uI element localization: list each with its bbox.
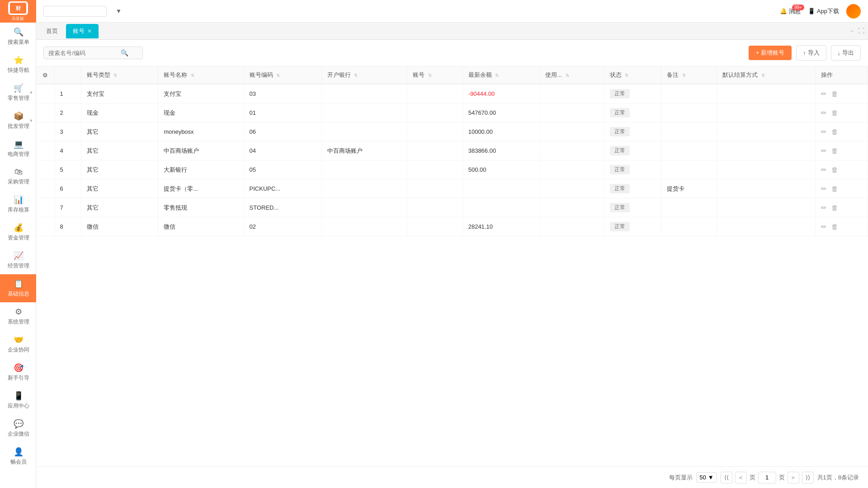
cell-usage	[540, 84, 604, 103]
system-icon: ⚙	[15, 307, 22, 317]
cell-account	[407, 160, 463, 179]
cell-default-settlement	[717, 217, 815, 236]
edit-icon[interactable]: ✏	[821, 185, 827, 193]
tab-home-label: 首页	[46, 27, 58, 35]
content-area: 🔍 + 新增账号 ↑ 导入 ↓ 导出 ⚙	[36, 40, 868, 488]
cell-status: 正常	[604, 198, 661, 217]
cell-actions: ✏ 🗑	[816, 141, 868, 160]
import-button[interactable]: ↑ 导入	[796, 45, 826, 61]
sidebar-item-wholesale[interactable]: 📦 批发管理 ▼	[0, 107, 36, 135]
delete-icon[interactable]: 🗑	[831, 204, 838, 211]
sidebar-item-retail[interactable]: 🛒 零售管理 ▼	[0, 79, 36, 107]
sidebar-item-app-center[interactable]: 📱 应用中心	[0, 386, 36, 414]
sidebar-item-basic-info[interactable]: 📋 基础信息	[0, 274, 36, 302]
sidebar-item-label: 新手引导	[8, 374, 29, 382]
quick-nav-icon: ⭐	[14, 55, 24, 65]
sidebar-item-label: 畅会员	[10, 458, 27, 466]
message-button[interactable]: 🔔 消息 99+	[780, 7, 801, 15]
delete-icon[interactable]: 🗑	[831, 128, 838, 136]
dropdown-arrow-icon: ▼	[116, 8, 122, 14]
window-controls: － ⛶	[849, 27, 864, 35]
column-code-header[interactable]: 账号编码 ⇅	[244, 66, 321, 84]
column-usage-header[interactable]: 使用... ⇅	[540, 66, 604, 84]
sidebar-item-finance[interactable]: 💰 资金管理	[0, 218, 36, 246]
sidebar-item-label: 应用中心	[8, 402, 29, 410]
sidebar-item-members[interactable]: 👤 畅会员	[0, 442, 36, 470]
operations-icon: 📈	[14, 251, 24, 261]
topbar-search-box[interactable]	[43, 6, 107, 17]
edit-icon[interactable]: ✏	[821, 147, 827, 155]
user-avatar[interactable]	[846, 4, 861, 19]
svg-text:财: 财	[15, 5, 21, 11]
last-page-button[interactable]: ⟩⟩	[802, 472, 814, 483]
column-status-header[interactable]: 状态 ⇅	[604, 66, 661, 84]
delete-icon[interactable]: 🗑	[831, 109, 838, 117]
sidebar-item-purchase[interactable]: 🛍 采购管理	[0, 163, 36, 190]
add-account-button[interactable]: + 新增账号	[749, 46, 792, 60]
cell-index: 1	[54, 84, 81, 103]
cell-bank	[321, 179, 407, 198]
sidebar-item-quick-nav[interactable]: ⭐ 快捷导航	[0, 51, 36, 79]
sidebar-item-enterprise-wechat[interactable]: 💬 企业微信	[0, 414, 36, 442]
sidebar-item-agreement[interactable]: 🤝 企业协同	[0, 330, 36, 358]
sort-status-icon: ⇅	[625, 73, 628, 78]
next-page-button[interactable]: ＞	[788, 472, 799, 483]
column-type-header[interactable]: 账号类型 ⇅	[81, 66, 158, 84]
delete-icon[interactable]: 🗑	[831, 223, 838, 230]
cell-status: 正常	[604, 103, 661, 122]
delete-icon[interactable]: 🗑	[831, 185, 838, 192]
export-button[interactable]: ↓ 导出	[831, 45, 861, 61]
col-default-settlement-label: 默认结算方式	[722, 71, 758, 78]
cell-index: 2	[54, 103, 81, 122]
page-number-input[interactable]	[758, 472, 776, 483]
sidebar-item-inventory[interactable]: 📊 库存核算	[0, 190, 36, 218]
column-actions-header: 操作	[816, 66, 868, 84]
tab-home[interactable]: 首页	[40, 24, 64, 38]
column-account-header[interactable]: 账号 ⇅	[407, 66, 463, 84]
total-info: 共1页，8条记录	[817, 474, 859, 482]
edit-icon[interactable]: ✏	[821, 128, 827, 136]
basic-info-icon: 📋	[14, 279, 24, 289]
sidebar-item-guide[interactable]: 🎯 新手引导	[0, 358, 36, 386]
edit-icon[interactable]: ✏	[821, 166, 827, 174]
maximize-icon[interactable]: ⛶	[858, 27, 864, 35]
edit-icon[interactable]: ✏	[821, 204, 827, 212]
delete-icon[interactable]: 🗑	[831, 166, 838, 174]
account-search-bar[interactable]: 🔍	[43, 47, 143, 59]
account-search-input[interactable]	[48, 50, 121, 56]
edit-icon[interactable]: ✏	[821, 90, 827, 98]
table-header-row: ⚙ 账号类型 ⇅ 账号名称 ⇅ 账号编码 ⇅	[36, 66, 868, 84]
column-bank-header[interactable]: 开户银行 ⇅	[321, 66, 407, 84]
cell-type: 其它	[81, 141, 158, 160]
col-type-label: 账号类型	[87, 71, 110, 78]
first-page-button[interactable]: ⟨⟨	[721, 472, 732, 483]
logo-subtitle: 乐意版	[12, 16, 24, 22]
column-settings-header[interactable]: ⚙	[36, 66, 54, 84]
export-icon: ↓	[838, 50, 841, 56]
cell-account	[407, 122, 463, 141]
edit-icon[interactable]: ✏	[821, 223, 827, 231]
cell-gear	[36, 179, 54, 198]
edit-icon[interactable]: ✏	[821, 109, 827, 117]
sidebar-item-search-menu[interactable]: 🔍 搜索菜单	[0, 23, 36, 51]
per-page-select[interactable]: 50 ▼	[696, 472, 717, 483]
sidebar-item-operations[interactable]: 📈 经营管理	[0, 246, 36, 274]
topbar-search-input[interactable]	[47, 8, 93, 14]
sidebar-item-system[interactable]: ⚙ 系统管理	[0, 302, 36, 330]
delete-icon[interactable]: 🗑	[831, 90, 838, 98]
topbar-dropdown[interactable]: ▼	[114, 8, 122, 14]
sidebar-item-ecommerce[interactable]: 💻 电商管理	[0, 135, 36, 163]
cell-usage	[540, 122, 604, 141]
prev-page-button[interactable]: ＜	[735, 472, 747, 483]
app-download-button[interactable]: 📱 App下载	[808, 7, 839, 15]
column-name-header[interactable]: 账号名称 ⇅	[158, 66, 244, 84]
cell-name: 支付宝	[158, 84, 244, 103]
tab-close-icon[interactable]: ✕	[87, 28, 92, 34]
minimize-icon[interactable]: －	[849, 27, 855, 35]
column-balance-header[interactable]: 最新余额 ⇅	[462, 66, 539, 84]
column-default-settlement-header[interactable]: 默认结算方式 ⇅	[717, 66, 815, 84]
delete-icon[interactable]: 🗑	[831, 147, 838, 155]
tab-account[interactable]: 账号 ✕	[66, 24, 99, 38]
column-remark-header[interactable]: 备注 ⇅	[661, 66, 717, 84]
table-body: 1 支付宝 支付宝 03 -90444.00 正常 ✏ 🗑 2 现金 现金 01…	[36, 84, 868, 236]
